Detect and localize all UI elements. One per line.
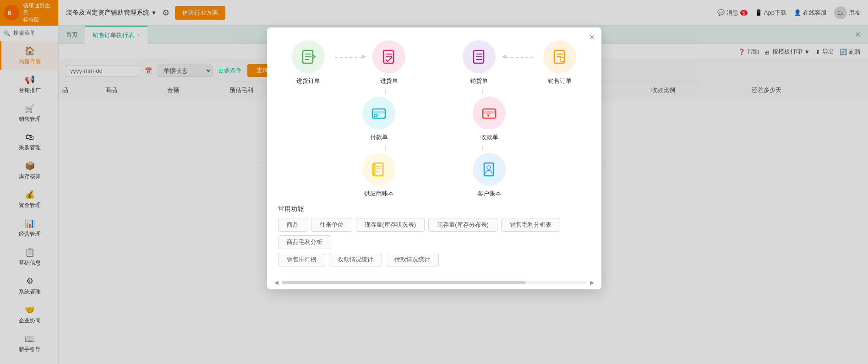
func-btn-payment-stats[interactable]: 付款情况统计 [386,253,439,266]
arrow-left-1: ◀ [506,57,533,58]
flow-item-payment[interactable]: ¥ 付款单 [342,97,416,141]
flow-row-1: 进货订单 ▶ 进货单 [282,40,587,85]
sales-slip-circle [463,40,496,73]
purchase-slip-label: 进货单 [380,77,398,85]
arrow-down-row-2: ↓ ↓ [282,141,587,153]
modal-close-btn[interactable]: × [590,32,595,43]
payment-circle: ¥ [362,97,395,130]
common-func-title: 常用功能 [278,205,590,213]
scrollbar-left-arrow[interactable]: ◀ [274,279,278,286]
flow-diagram: 进货订单 ▶ 进货单 [267,27,601,201]
func-btns-row1: 商品 往来单位 现存量(库存状况表) 现存量(库存分布表) 销售毛利分析表 商品… [278,218,590,249]
func-btn-sales-gross[interactable]: 销售毛利分析表 [501,218,560,232]
supplier-ledger-label: 供应商账本 [364,190,394,198]
scrollbar-track[interactable] [282,281,586,284]
purchase-slip-circle [372,40,405,73]
arrow-down-sales: ↓ [466,86,499,96]
svg-text:¥: ¥ [486,112,490,118]
flow-item-receipt[interactable]: ¥ 收款单 [453,97,526,141]
purchase-order-label: 进货订单 [296,77,320,85]
scrollbar-right-arrow[interactable]: ▶ [590,279,594,286]
func-btn-partner[interactable]: 往来单位 [311,218,352,232]
sales-order-label: 销售订单 [548,77,572,85]
flow-item-sales-slip[interactable]: 销货单 [453,40,506,85]
func-btn-stock-status[interactable]: 现存量(库存状况表) [356,218,425,232]
svg-point-30 [487,166,491,169]
customer-ledger-circle [473,153,506,186]
modal: × 进货订单 ▶ [267,27,601,289]
svg-text:¥: ¥ [377,113,380,117]
scrollbar-thumb [282,281,525,284]
supplier-ledger-circle [362,153,395,186]
receipt-label: 收款单 [480,133,498,141]
customer-ledger-label: 客户账本 [477,190,501,198]
arrow-down-row: ↓ ↓ [282,85,587,97]
sales-order-circle [543,40,576,73]
func-btn-sales-rank[interactable]: 销售排行榜 [278,253,325,266]
sales-slip-label: 销货单 [470,77,488,85]
purchase-order-circle [292,40,325,73]
func-btn-stock-dist[interactable]: 现存量(库存分布表) [428,218,497,232]
payment-label: 付款单 [370,133,388,141]
receipt-circle: ¥ [473,97,506,130]
svg-point-19 [374,114,377,117]
common-func-area: 常用功能 商品 往来单位 现存量(库存状况表) 现存量(库存分布表) 销售毛利分… [267,201,601,277]
flow-item-sales-order[interactable]: 销售订单 [533,40,587,85]
flow-item-supplier-ledger[interactable]: 供应商账本 [342,153,416,198]
arrow-right-1: ▶ [335,57,362,58]
arrow-down-receipt: ↓ [466,142,499,152]
func-btns-row2: 销售排行榜 收款情况统计 付款情况统计 [278,253,590,266]
flow-item-purchase-slip[interactable]: 进货单 [362,40,416,85]
flow-item-customer-ledger[interactable]: 客户账本 [453,153,526,198]
func-btn-receipt-stats[interactable]: 收款情况统计 [329,253,382,266]
flow-row-2: ¥ 付款单 ¥ 收款单 [282,97,587,141]
arrow-down-purchase: ↓ [369,86,402,96]
func-btn-product[interactable]: 商品 [278,218,307,232]
modal-scrollbar: ◀ ▶ [267,277,601,289]
flow-item-purchase-order[interactable]: 进货订单 [282,40,335,85]
flow-row-3: 供应商账本 客户账本 [282,153,587,198]
arrow-down-payment: ↓ [369,142,402,152]
modal-overlay[interactable]: × 进货订单 ▶ [0,0,868,364]
func-btn-product-gross[interactable]: 商品毛利分析 [278,235,331,249]
